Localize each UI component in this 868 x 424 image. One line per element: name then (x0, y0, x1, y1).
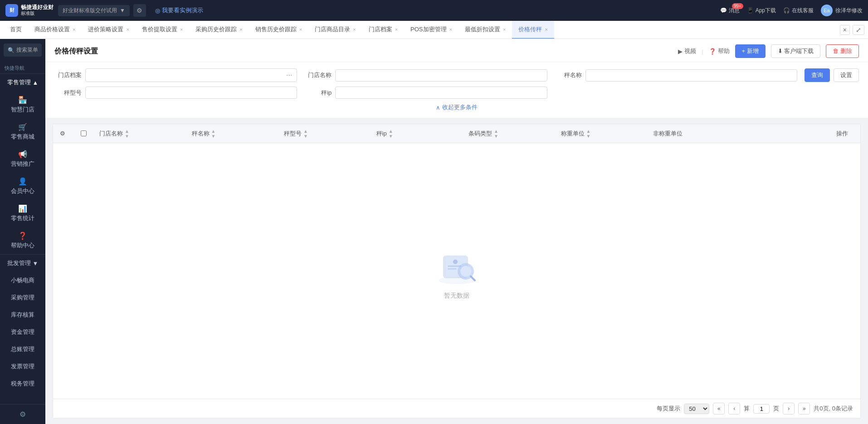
empty-illustration (429, 242, 484, 287)
tab-expand-btn[interactable]: ⤢ (853, 25, 864, 35)
tab-close-icon[interactable]: × (239, 27, 242, 32)
sidebar-settings-icon[interactable]: ⚙ (0, 410, 45, 419)
online-service-item[interactable]: 🎧 在线客服 (783, 7, 814, 14)
search-menu-label: 搜索菜单 (16, 46, 38, 54)
per-page-select[interactable]: 10 20 50 100 (684, 404, 709, 414)
th-settings[interactable]: ⚙ (53, 126, 72, 140)
sort-icon: ▲▼ (494, 129, 498, 139)
store-file-select[interactable]: ··· (85, 68, 297, 82)
tab-home[interactable]: 首页 (4, 21, 28, 39)
content-header: 价格传秤设置 ▶ 视频 | ❓ 帮助 + 新增 ⬇ 客户端下载 🗑 删除 (45, 39, 868, 62)
th-checkbox (72, 127, 95, 140)
tax-label: 税务管理 (11, 380, 34, 388)
purchase-label: 采购管理 (11, 294, 34, 302)
delete-button[interactable]: 🗑 删除 (826, 44, 859, 58)
sidebar-item-finance[interactable]: 资金管理 (0, 323, 45, 341)
pagination-bar: 每页显示 10 20 50 100 « ‹ 算 页 › » 共0页, 0条记录 (53, 399, 860, 418)
scale-model-input[interactable] (85, 87, 297, 99)
tab-close-icon[interactable]: × (503, 27, 506, 32)
sidebar-item-retail-stats[interactable]: 📊 零售统计 (0, 200, 45, 227)
page-number-input[interactable] (753, 404, 770, 414)
sort-icon: ▲▼ (586, 129, 591, 139)
add-button[interactable]: + 新增 (735, 44, 766, 58)
tab-sale-history[interactable]: 销售历史价跟踪 × (249, 21, 308, 39)
dots-icon[interactable]: ··· (286, 71, 292, 79)
query-button[interactable]: 查询 (805, 68, 830, 82)
main-layout: 🔍 搜索菜单 快捷导航 零售管理 ▲ 🏪 智慧门店 🛒 零售商城 📢 营销推广 (0, 39, 868, 424)
next-page-btn[interactable]: › (783, 403, 795, 414)
tab-purchase-strategy[interactable]: 进价策略设置 × (82, 21, 135, 39)
tab-close-all-btn[interactable]: × (840, 25, 850, 35)
help-icon: ❓ (18, 231, 27, 240)
th-scale-ip[interactable]: 秤ip ▲▼ (372, 125, 464, 142)
tab-close-icon[interactable]: × (73, 27, 75, 32)
tab-close-icon[interactable]: × (545, 27, 547, 32)
tab-pos-management[interactable]: POS加密管理 × (404, 21, 458, 39)
user-item[interactable]: Ea 徐泽华修改 (821, 5, 863, 16)
sort-icon: ▲▼ (303, 129, 308, 139)
sidebar-item-retail-mall[interactable]: 🛒 零售商城 (0, 118, 45, 145)
sidebar-item-help-center[interactable]: ❓ 帮助中心 (0, 227, 45, 254)
message-icon-item[interactable]: 💬 消息 99+ (720, 7, 740, 14)
table-container: ⚙ 门店名称 ▲▼ 秤名称 ▲▼ 秤型号 ▲▼ 秤ip (53, 124, 861, 419)
tab-close-icon[interactable]: × (353, 27, 356, 32)
sidebar-item-marketing[interactable]: 📢 营销推广 (0, 145, 45, 173)
settings-gear-btn[interactable]: ⚙ (133, 4, 146, 17)
th-barcode-type[interactable]: 条码类型 ▲▼ (464, 125, 556, 142)
settings-button[interactable]: 设置 (834, 68, 859, 82)
per-page-label: 每页显示 (657, 405, 680, 413)
search-menu-btn[interactable]: 🔍 搜索菜单 (4, 43, 42, 57)
sidebar-item-invoice[interactable]: 发票管理 (0, 358, 45, 375)
tab-store-catalog[interactable]: 门店商品目录 × (308, 21, 362, 39)
th-store-name[interactable]: 门店名称 ▲▼ (95, 125, 187, 142)
tab-min-discount[interactable]: 最低折扣设置 × (458, 21, 512, 39)
sidebar-item-purchase[interactable]: 采购管理 (0, 289, 45, 306)
sidebar-item-smart-store[interactable]: 🏪 智慧门店 (0, 91, 45, 118)
collapse-button[interactable]: ∧ 收起更多条件 (54, 103, 859, 111)
sidebar-section-wholesale-header[interactable]: 批发管理 ▼ (0, 255, 45, 272)
avatar: Ea (821, 5, 833, 16)
content-area: 价格传秤设置 ▶ 视频 | ❓ 帮助 + 新增 ⬇ 客户端下载 🗑 删除 (45, 39, 868, 424)
demo-button[interactable]: ◎ 我要看实例演示 (155, 6, 203, 14)
sidebar-item-tax[interactable]: 税务管理 (0, 375, 45, 392)
scale-ip-input[interactable] (335, 87, 547, 99)
th-scale-model[interactable]: 秤型号 ▲▼ (279, 125, 372, 142)
filter-scale-model: 秤型号 (54, 87, 297, 99)
sidebar-item-ecommerce[interactable]: 小畅电商 (0, 272, 45, 289)
sidebar-item-inventory[interactable]: 库存核算 (0, 306, 45, 323)
sidebar-section-retail-header[interactable]: 零售管理 ▲ (0, 74, 45, 91)
scale-name-input[interactable] (585, 69, 797, 82)
tab-purchase-history[interactable]: 采购历史价跟踪 × (189, 21, 249, 39)
tab-close-icon[interactable]: × (180, 27, 183, 32)
tab-close-icon[interactable]: × (395, 27, 398, 32)
sidebar-section-wholesale: 批发管理 ▼ (0, 254, 45, 272)
select-all-checkbox[interactable] (81, 130, 87, 136)
tab-close-icon[interactable]: × (126, 27, 129, 32)
svg-rect-7 (448, 265, 461, 267)
prev-page-btn[interactable]: ‹ (728, 403, 740, 414)
last-page-btn[interactable]: » (798, 403, 810, 414)
store-name-input[interactable] (335, 69, 547, 82)
th-weight-unit[interactable]: 称重单位 ▲▼ (556, 125, 649, 142)
first-page-btn[interactable]: « (713, 403, 725, 414)
version-selector[interactable]: 好业财标准版交付试用 ▼ (58, 5, 130, 16)
sort-icon: ▲▼ (389, 129, 393, 139)
download-button[interactable]: ⬇ 客户端下载 (771, 44, 821, 58)
app-download-item[interactable]: 📱 App下载 (747, 7, 776, 14)
sidebar-item-general-ledger[interactable]: 总账管理 (0, 341, 45, 358)
sidebar-item-member[interactable]: 👤 会员中心 (0, 173, 45, 200)
top-selector-area: 好业财标准版交付试用 ▼ ⚙ ◎ 我要看实例演示 (58, 4, 720, 17)
tab-close-icon[interactable]: × (299, 27, 302, 32)
tab-close-icon[interactable]: × (449, 27, 452, 32)
tab-price-settings[interactable]: 商品价格设置 × (28, 21, 82, 39)
help-link[interactable]: ❓ 帮助 (709, 47, 730, 55)
svg-rect-8 (448, 268, 457, 270)
app-name: 畅捷通好业财 (21, 4, 54, 10)
sidebar-item-label: 会员中心 (11, 187, 34, 195)
th-scale-name[interactable]: 秤名称 ▲▼ (187, 125, 280, 142)
video-link[interactable]: ▶ 视频 (678, 47, 696, 55)
tab-price-scale[interactable]: 价格传秤 × (512, 21, 554, 39)
table-body: 暂无数据 (53, 143, 860, 399)
tab-store-file[interactable]: 门店档案 × (362, 21, 404, 39)
tab-sale-price[interactable]: 售价提取设置 × (136, 21, 189, 39)
